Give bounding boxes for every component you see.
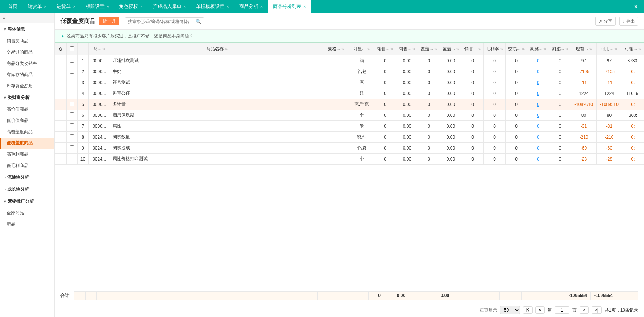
th-trade[interactable]: 交易...⇅ <box>506 43 527 55</box>
nav-item-home[interactable]: 首页 <box>3 0 23 13</box>
time-filter-button[interactable]: 近一月 <box>99 17 119 25</box>
th-sales-count[interactable]: 销售...⇅ <box>462 43 484 55</box>
sidebar-item-low-coverage[interactable]: 低覆盖度商品 <box>0 138 54 149</box>
select-all-checkbox[interactable] <box>70 46 74 51</box>
sidebar-item-stocked-goods[interactable]: 有库存的商品 <box>0 69 54 80</box>
row-unit: 箱 <box>349 55 374 66</box>
th-current-stock[interactable]: 现有...⇅ <box>571 43 597 55</box>
th-coverage1[interactable]: 覆盖...⇅ <box>418 43 440 55</box>
sidebar-item-low-margin[interactable]: 低毛利商品 <box>0 160 54 171</box>
close-icon[interactable]: × <box>184 4 186 9</box>
sidebar-item-high-value[interactable]: 高价值商品 <box>0 104 54 115</box>
sidebar-section-wealth[interactable]: ∨ 类财富分析 <box>0 92 54 104</box>
sidebar-section-overall[interactable]: ∨ 整体信息 <box>0 23 54 35</box>
row-browse1[interactable]: 0 <box>527 88 549 99</box>
close-icon[interactable]: × <box>107 4 109 9</box>
sidebar-item-high-margin[interactable]: 高毛利商品 <box>0 149 54 160</box>
row-browse1[interactable]: 0 <box>527 110 549 121</box>
th-coverage2[interactable]: 覆盖...⇅ <box>440 43 462 55</box>
th-gross-margin[interactable]: 毛利率⇅ <box>484 43 506 55</box>
close-icon[interactable]: × <box>303 4 306 9</box>
close-icon[interactable]: × <box>140 4 142 9</box>
close-icon[interactable]: × <box>260 4 263 9</box>
th-unit[interactable]: 计量...⇅ <box>349 43 374 55</box>
row-checkbox[interactable] <box>67 77 78 88</box>
row-browse1[interactable]: 0 <box>527 99 549 110</box>
last-page-button[interactable]: >| <box>592 306 602 314</box>
share-button[interactable]: ↗ 分享 <box>595 17 616 26</box>
nav-item-product-analysis[interactable]: 商品分析 × <box>234 0 268 13</box>
nav-item-purchase[interactable]: 进货单 × <box>51 0 80 13</box>
export-button[interactable]: ↓ 导出 <box>619 17 638 26</box>
th-available-stock[interactable]: 可用...⇅ <box>597 43 622 55</box>
sidebar-item-all-goods[interactable]: 全部商品 <box>0 207 54 219</box>
sidebar-section-growth[interactable]: > 成长性分析 <box>0 183 54 195</box>
nav-item-product-entry[interactable]: 产成品入库单 × <box>148 0 191 13</box>
prev-page-button[interactable]: < <box>535 306 545 314</box>
row-checkbox[interactable] <box>67 55 78 66</box>
row-current-stock: -1089510 <box>571 99 597 110</box>
row-checkbox[interactable] <box>67 99 78 110</box>
th-browse2[interactable]: 浏览...⇅ <box>549 43 571 55</box>
row-checkbox[interactable] <box>67 143 78 154</box>
table-row: 3 0000... 符号测试 克 0 0.00 0 0.00 0 0 0 0 0… <box>55 77 644 88</box>
th-sales-qty[interactable]: 销售...⇅ <box>374 43 396 55</box>
th-browse1[interactable]: 浏览...⇅ <box>527 43 549 55</box>
nav-item-template[interactable]: 单据模板设置 × <box>191 0 234 13</box>
sidebar-section-marketing[interactable]: ∨ 营销推广分析 <box>0 195 54 207</box>
first-page-button[interactable]: K <box>523 306 533 314</box>
close-icon[interactable]: × <box>73 4 75 9</box>
search-box: 🔍 <box>125 17 204 25</box>
row-gross-margin: 0 <box>484 66 506 77</box>
row-name: 属性价格打印测试 <box>110 154 323 165</box>
settings-icon[interactable]: ⚙ <box>59 47 63 52</box>
row-browse1[interactable]: 0 <box>527 66 549 77</box>
sidebar-item-new-goods[interactable]: 新品 <box>0 219 54 230</box>
row-checkbox[interactable] <box>67 110 78 121</box>
row-browse1[interactable]: 0 <box>527 121 549 132</box>
row-browse1[interactable]: 0 <box>527 132 549 143</box>
th-spec[interactable]: 规格...⇅ <box>323 43 349 55</box>
nav-item-permission[interactable]: 权限设置 × <box>80 0 114 13</box>
sidebar-item-high-coverage[interactable]: 高覆盖度商品 <box>0 126 54 138</box>
sidebar-section-liquidity[interactable]: > 流通性分析 <box>0 171 54 183</box>
th-sellable[interactable]: 可销...⇅ <box>622 43 644 55</box>
th-settings[interactable]: ⚙ <box>55 43 67 55</box>
row-checkbox[interactable] <box>67 154 78 165</box>
th-name[interactable]: 商品名称⇅ <box>110 43 323 55</box>
nav-close-all-button[interactable]: ✕ <box>631 3 641 10</box>
th-code[interactable]: 商...⇅ <box>89 43 110 55</box>
nav-item-product-analysis-list[interactable]: 商品分析列表 × <box>268 0 311 13</box>
close-icon[interactable]: × <box>44 4 46 9</box>
row-available-stock: 80 <box>597 110 622 121</box>
search-input[interactable] <box>128 19 193 24</box>
page-number-input[interactable] <box>555 306 569 314</box>
row-checkbox[interactable] <box>67 88 78 99</box>
row-browse1[interactable]: 0 <box>527 154 549 165</box>
page-size-select[interactable]: 50 20 100 <box>500 306 520 314</box>
th-checkbox[interactable] <box>67 43 78 55</box>
sidebar-collapse-btn[interactable]: « <box>3 15 5 21</box>
row-checkbox[interactable] <box>67 121 78 132</box>
sidebar-item-traded-goods[interactable]: 交易过的商品 <box>0 47 54 58</box>
sidebar-item-stock-capital[interactable]: 库存资金占用 <box>0 80 54 92</box>
row-checkbox[interactable] <box>67 66 78 77</box>
row-checkbox[interactable] <box>67 132 78 143</box>
row-browse1[interactable]: 0 <box>527 77 549 88</box>
content-header: 低覆盖度商品 近一月 🔍 ↗ 分享 ↓ 导出 <box>55 13 644 30</box>
row-browse1[interactable]: 0 <box>527 55 549 66</box>
sidebar-item-sales-goods[interactable]: 销售类商品 <box>0 35 54 47</box>
nav-item-role[interactable]: 角色授权 × <box>114 0 148 13</box>
next-page-button[interactable]: > <box>580 306 589 314</box>
search-icon[interactable]: 🔍 <box>196 19 201 24</box>
th-sales-amt[interactable]: 销售...⇅ <box>396 43 418 55</box>
sort-icon: ⇅ <box>478 47 481 51</box>
sidebar-item-low-value[interactable]: 低价值商品 <box>0 115 54 126</box>
sort-icon: ⇅ <box>390 47 393 51</box>
row-trade: 0 <box>506 99 527 110</box>
sidebar-item-category-rate[interactable]: 商品分类动销率 <box>0 58 54 69</box>
row-browse1[interactable]: 0 <box>527 143 549 154</box>
row-available-stock: -210 <box>597 132 622 143</box>
close-icon[interactable]: × <box>227 4 229 9</box>
nav-item-sales[interactable]: 销货单 × <box>23 0 51 13</box>
